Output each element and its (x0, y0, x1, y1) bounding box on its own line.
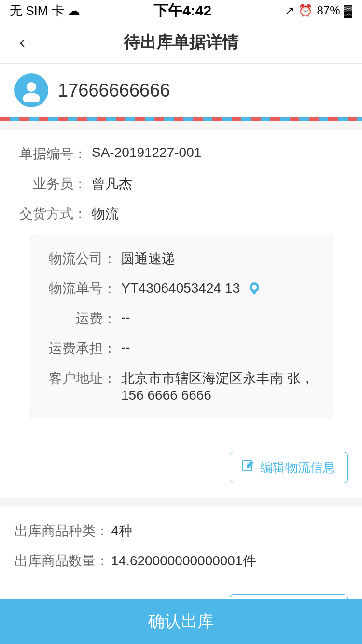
address-label: 客户地址： (44, 369, 121, 388)
tracking-number-label: 物流单号： (44, 280, 121, 298)
sim-status: 无 SIM 卡 ☁ (10, 2, 80, 19)
tracking-number-value: YT43064053424 13 (121, 280, 318, 297)
product-types-row: 出库商品种类： 4种 (14, 522, 348, 540)
freight-label: 运费： (44, 309, 121, 328)
edit-logistics-label: 编辑物流信息 (260, 459, 335, 476)
logistics-company-row: 物流公司： 圆通速递 (44, 250, 318, 268)
freight-bearer-value: -- (121, 339, 318, 355)
tracking-number-text: YT43064053424 13 (121, 280, 240, 296)
freight-value: -- (121, 309, 318, 325)
product-types-label: 出库商品种类： (14, 522, 111, 540)
battery-level: 87% (317, 4, 340, 17)
edit-logistics-button[interactable]: 编辑物流信息 (230, 452, 348, 483)
user-header: 17666666666 (0, 64, 362, 117)
battery-icon: ▓ (344, 4, 353, 17)
salesman-row: 业务员： 曾凡杰 (14, 175, 348, 193)
alarm-icon: ⏰ (298, 4, 313, 17)
svg-marker-4 (251, 290, 258, 295)
edit-icon (242, 459, 255, 476)
back-button[interactable]: ‹ (14, 28, 30, 57)
product-types-value: 4种 (111, 522, 348, 540)
status-bar: 无 SIM 卡 ☁ 下午4:42 ↗ ⏰ 87% ▓ (0, 0, 362, 21)
status-right: ↗ ⏰ 87% ▓ (285, 4, 352, 17)
delivery-label: 交货方式： (14, 205, 92, 223)
freight-row: 运费： -- (44, 309, 318, 328)
product-quantity-value: 14.620000000000001件 (111, 552, 348, 570)
document-number-value: SA-20191227-001 (92, 145, 348, 160)
product-quantity-row: 出库商品数量： 14.620000000000001件 (14, 552, 348, 570)
address-row: 客户地址： 北京市市辖区海淀区永丰南 张，156 6666 6666 (44, 369, 318, 403)
delivery-value: 物流 (92, 205, 348, 223)
logistics-card: 物流公司： 圆通速递 物流单号： YT43064053424 13 运费： --… (29, 235, 333, 418)
tracking-location-icon[interactable] (246, 280, 263, 297)
basic-info-section: 单据编号： SA-20191227-001 业务员： 曾凡杰 交货方式： 物流 … (0, 130, 362, 442)
user-phone: 17666666666 (58, 80, 170, 101)
status-time: 下午4:42 (153, 1, 211, 21)
svg-point-3 (252, 285, 257, 290)
svg-point-0 (27, 82, 36, 92)
freight-bearer-row: 运费承担： -- (44, 339, 318, 358)
address-value: 北京市市辖区海淀区永丰南 张，156 6666 6666 (121, 369, 318, 403)
avatar-icon (19, 78, 43, 102)
logistics-company-label: 物流公司： (44, 250, 121, 268)
nav-title: 待出库单据详情 (124, 31, 238, 54)
edit-btn-row: 编辑物流信息 (0, 442, 362, 498)
stats-section: 出库商品种类： 4种 出库商品数量： 14.620000000000001件 (0, 507, 362, 585)
nav-bar: ‹ 待出库单据详情 (0, 21, 362, 64)
confirm-button-container: 确认出库 (0, 599, 362, 644)
product-quantity-label: 出库商品数量： (14, 552, 111, 570)
dashed-divider (0, 117, 362, 121)
status-left: 无 SIM 卡 ☁ (10, 2, 80, 19)
salesman-value: 曾凡杰 (92, 175, 348, 193)
location-icon-status: ↗ (285, 4, 294, 17)
salesman-label: 业务员： (14, 175, 92, 193)
document-number-row: 单据编号： SA-20191227-001 (14, 145, 348, 163)
delivery-row: 交货方式： 物流 (14, 205, 348, 223)
gap2 (0, 498, 362, 507)
gap1 (0, 121, 362, 130)
document-number-label: 单据编号： (14, 145, 92, 163)
svg-point-1 (23, 93, 40, 102)
logistics-company-value: 圆通速递 (121, 250, 318, 268)
confirm-outbound-button[interactable]: 确认出库 (148, 610, 214, 632)
freight-bearer-label: 运费承担： (44, 339, 121, 358)
tracking-number-row: 物流单号： YT43064053424 13 (44, 280, 318, 298)
avatar (14, 73, 48, 107)
